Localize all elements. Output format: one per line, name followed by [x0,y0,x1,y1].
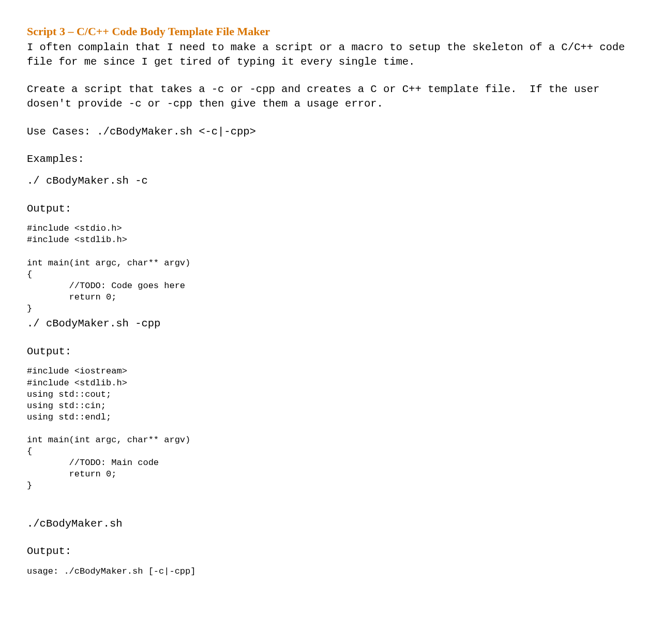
output-label-2: Output: [27,345,635,359]
example-2-output: #include <iostream> #include <stdlib.h> … [27,366,635,491]
example-2-command: ./ cBodyMaker.sh -cpp [27,317,635,331]
task-paragraph: Create a script that takes a -c or -cpp … [27,82,635,111]
example-1-command: ./ cBodyMaker.sh -c [27,174,635,188]
examples-label: Examples: [27,152,635,167]
use-cases-line: Use Cases: ./cBodyMaker.sh <-c|-cpp> [27,125,635,139]
example-3-output: usage: ./cBodyMaker.sh [-c|-cpp] [27,566,635,577]
output-label-1: Output: [27,202,635,216]
output-label-3: Output: [27,544,635,559]
section-heading: Script 3 – C/C++ Code Body Template File… [27,25,635,38]
example-3-command: ./cBodyMaker.sh [27,517,635,531]
example-1-output: #include <stdio.h> #include <stdlib.h> i… [27,223,635,314]
intro-paragraph: I often complain that I need to make a s… [27,40,635,69]
